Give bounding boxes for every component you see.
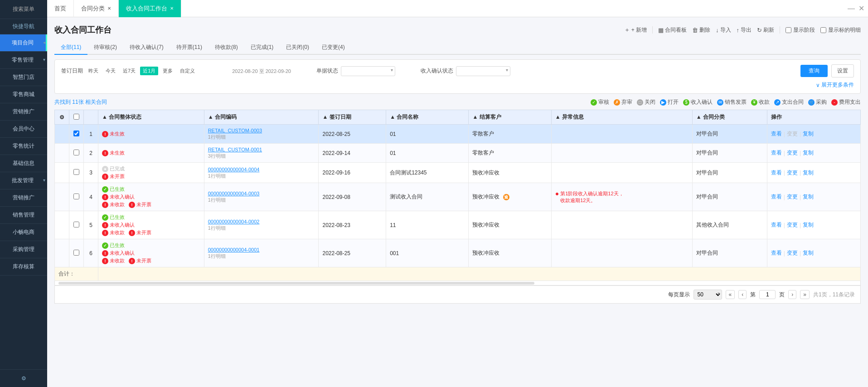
sidebar-item-member[interactable]: 会员中心 [0, 121, 47, 138]
income-confirm-select[interactable] [456, 66, 510, 76]
filter-tab-pending-invoice[interactable]: 待开票(11) [170, 41, 209, 55]
filter-tab-pending-confirm[interactable]: 待收入确认(7) [123, 41, 170, 55]
set-button[interactable]: 设置 [831, 64, 854, 77]
sidebar-item-inventory[interactable]: 库存核算 [0, 258, 47, 276]
op-view[interactable]: 查看 [771, 169, 782, 177]
cell-checkbox[interactable] [69, 211, 84, 239]
tab-contract-category[interactable]: 合同分类 ✕ [74, 0, 119, 17]
sidebar-item-marketing2[interactable]: 营销推广 [0, 189, 47, 207]
op-copy[interactable]: 复制 [803, 130, 814, 138]
scrollbar-area[interactable] [54, 281, 861, 285]
new-button[interactable]: ＋ + 新增 [624, 26, 647, 34]
page-first-button[interactable]: « [726, 290, 735, 299]
filter-tab-closed[interactable]: 已关闭(0) [280, 41, 315, 55]
col-settings[interactable]: ⚙ [55, 110, 69, 125]
filter-tab-changed[interactable]: 已变更(4) [315, 41, 351, 55]
close-icon[interactable]: ✕ [170, 0, 174, 17]
op-view[interactable]: 查看 [771, 130, 782, 138]
page-size-select[interactable]: 50 10 20 100 [693, 290, 722, 300]
refresh-button[interactable]: ↻ 刷新 [757, 26, 774, 34]
action-open[interactable]: ▶ 打开 [660, 98, 679, 106]
contract-code-link[interactable]: 00000000000004-0004 [208, 167, 260, 172]
op-change[interactable]: 变更 [787, 169, 798, 177]
date-btn-more[interactable]: 更多 [160, 67, 175, 75]
sidebar-item-smart-store[interactable]: 智慧门店 [0, 69, 47, 86]
date-btn-7days[interactable]: 近7天 [120, 67, 138, 75]
action-income-confirm[interactable]: $ 收入确认 [683, 98, 713, 106]
op-view[interactable]: 查看 [771, 249, 782, 257]
expand-button[interactable]: ∨ 展开更多条件 [816, 81, 854, 89]
cell-checkbox[interactable] [69, 163, 84, 183]
date-btn-custom[interactable]: 自定义 [177, 67, 198, 75]
page-next-button[interactable]: › [788, 290, 796, 299]
filter-tab-pending-collect[interactable]: 待收款(8) [209, 41, 244, 55]
page-number-input[interactable] [759, 290, 776, 299]
contract-code-link[interactable]: RETAIL_CUSTOM-0001 [208, 147, 262, 152]
op-change[interactable]: 变更 [787, 193, 798, 201]
op-copy[interactable]: 复制 [803, 149, 814, 157]
col-checkbox[interactable] [69, 110, 84, 125]
query-button[interactable]: 查询 [800, 65, 828, 77]
action-collect[interactable]: ¥ 收款 [751, 98, 770, 106]
cell-checkbox[interactable] [69, 183, 84, 211]
show-stage-checkbox[interactable]: 显示阶段 [786, 26, 815, 34]
action-close[interactable]: □ 关闭 [637, 98, 655, 106]
delete-button[interactable]: 🗑 删除 [692, 26, 710, 34]
window-minimize-icon[interactable]: — [848, 5, 855, 13]
export-button[interactable]: ↑ 导出 [737, 26, 752, 34]
op-copy[interactable]: 复制 [803, 249, 814, 257]
sidebar-item-xiaochangec[interactable]: 小畅电商 [0, 224, 47, 241]
cell-checkbox[interactable] [69, 144, 84, 163]
sidebar-search[interactable]: 搜索菜单 [0, 0, 47, 19]
action-expense-out[interactable]: - 费用支出 [831, 98, 861, 106]
date-btn-today[interactable]: 今天 [103, 67, 118, 75]
contract-code-link[interactable]: RETAIL_CUSTOM-0003 [208, 128, 262, 133]
sidebar-item-project[interactable]: 项目合同 ◂ [0, 34, 47, 52]
op-copy[interactable]: 复制 [803, 169, 814, 177]
op-view[interactable]: 查看 [771, 149, 782, 157]
op-view[interactable]: 查看 [771, 221, 782, 229]
op-change[interactable]: 变更 [787, 221, 798, 229]
action-abandon[interactable]: ✗ 弃审 [614, 98, 632, 106]
op-copy[interactable]: 复制 [803, 193, 814, 201]
filter-tab-all[interactable]: 全部(11) [54, 41, 87, 55]
scrollbar-thumb[interactable] [58, 282, 534, 285]
sidebar-item-retail-stat[interactable]: 零售统计 [0, 138, 47, 155]
op-view[interactable]: 查看 [771, 193, 782, 201]
contract-code-link[interactable]: 00000000000004-0001 [208, 247, 260, 252]
op-change[interactable]: 变更 [787, 149, 798, 157]
action-purchase[interactable]: 🛒 采购 [808, 98, 827, 106]
page-last-button[interactable]: » [800, 290, 810, 299]
tab-income-workbench[interactable]: 收入合同工作台 ✕ [119, 0, 181, 17]
show-detail-input[interactable] [820, 27, 826, 33]
window-close-icon[interactable]: ✕ [858, 4, 864, 13]
action-review[interactable]: ✓ 审核 [591, 98, 609, 106]
action-pay-out[interactable]: ↗ 支出合同 [774, 98, 804, 106]
sidebar-item-wholesale[interactable]: 批发管理 ▾ [0, 172, 47, 189]
contract-code-link[interactable]: 00000000000004-0002 [208, 219, 260, 224]
cell-checkbox[interactable] [69, 239, 84, 267]
show-stage-input[interactable] [786, 27, 791, 33]
panel-button[interactable]: ▦ 合同看板 [658, 26, 687, 34]
sidebar-nav[interactable]: 快捷导航 [0, 19, 47, 34]
filter-tab-pending-review[interactable]: 待审核(2) [87, 41, 123, 55]
close-icon[interactable]: ✕ [107, 0, 111, 17]
sidebar-item-marketing[interactable]: 营销推广 [0, 103, 47, 121]
page-prev-button[interactable]: ‹ [738, 290, 747, 299]
sidebar-item-purchase[interactable]: 采购管理 [0, 241, 47, 258]
show-detail-checkbox[interactable]: 显示标的明细 [820, 26, 861, 34]
contract-code-link[interactable]: 00000000000004-0003 [208, 191, 260, 196]
sidebar-item-base-info[interactable]: 基础信息 [0, 155, 47, 172]
action-sales-invoice[interactable]: ✉ 销售发票 [717, 98, 747, 106]
select-all-checkbox[interactable] [73, 114, 79, 120]
import-button[interactable]: ↓ 导入 [716, 26, 731, 34]
date-btn-yesterday[interactable]: 昨天 [86, 67, 101, 75]
sidebar-item-sales-mgmt[interactable]: 销售管理 [0, 207, 47, 224]
op-change[interactable]: 变更 [787, 249, 798, 257]
sidebar-item-retail-mgmt[interactable]: 零售管理 ▾ [0, 52, 47, 69]
filter-tab-completed[interactable]: 已完成(1) [244, 41, 280, 55]
sidebar-settings[interactable]: ⚙ [0, 369, 47, 387]
cell-checkbox[interactable] [69, 125, 84, 144]
doc-status-select[interactable] [341, 66, 395, 76]
tab-home[interactable]: 首页 [47, 0, 74, 17]
